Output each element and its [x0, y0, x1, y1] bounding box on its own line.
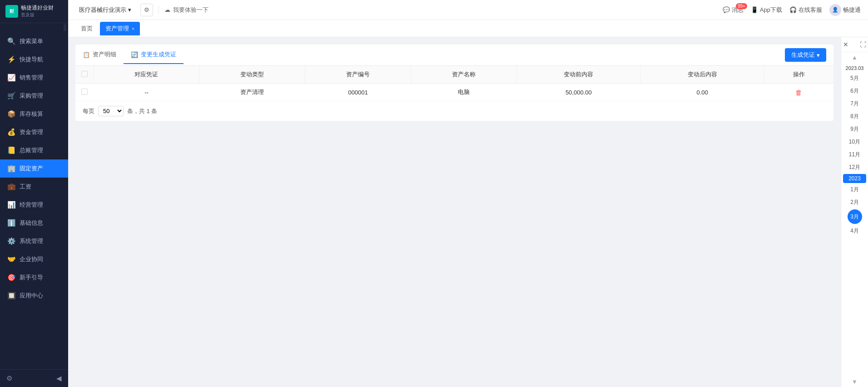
month-item-2[interactable]: 2月	[843, 196, 866, 208]
topbar-settings-button[interactable]: ⚙	[140, 4, 153, 16]
month-item-8[interactable]: 8月	[843, 110, 866, 123]
company-dropdown-icon: ▾	[128, 6, 131, 13]
experience-button[interactable]: ☁ 我要体验一下	[164, 6, 208, 14]
select-all-checkbox[interactable]	[81, 71, 88, 77]
tab-close-button[interactable]: ×	[132, 26, 134, 31]
tab-asset-management-label: 资产管理	[105, 25, 129, 33]
sidebar-item-ledger[interactable]: 📒 总账管理	[0, 141, 68, 159]
sub-tab-asset-detail-label: 资产明细	[93, 50, 116, 59]
settings-bottom-icon[interactable]: ⚙	[6, 374, 12, 382]
user-name: 畅捷通	[843, 6, 861, 14]
company-selector[interactable]: 医疗器械行业演示 ▾	[75, 4, 135, 16]
sidebar-item-guide[interactable]: 🎯 新手引导	[0, 268, 68, 287]
cloud-icon: ☁	[164, 6, 170, 13]
delete-row-button[interactable]: 🗑	[795, 89, 802, 96]
sidebar-item-basic-info[interactable]: ℹ️ 基础信息	[0, 214, 68, 232]
sidebar-bottom: ⚙ ◀	[0, 369, 68, 387]
row-checkbox[interactable]	[81, 89, 88, 95]
month-item-1[interactable]: 1月	[843, 184, 866, 196]
sidebar-item-enterprise[interactable]: 🤝 企业协同	[0, 250, 68, 268]
quick-nav-icon: ⚡	[7, 55, 16, 64]
sidebar-item-label: 固定资产	[20, 164, 43, 173]
message-button[interactable]: 💬 消息 99+	[723, 6, 744, 14]
sidebar-item-label: 系统管理	[20, 237, 43, 245]
enterprise-icon: 🤝	[7, 255, 16, 263]
app-download-button[interactable]: 📱 App下载	[751, 6, 782, 14]
sidebar-item-payroll[interactable]: 💼 工资	[0, 178, 68, 196]
sub-tab-change-voucher[interactable]: 🔄 变更生成凭证	[124, 46, 184, 64]
user-avatar: 👤	[829, 4, 841, 16]
sidebar-item-inventory[interactable]: 📦 库存核算	[0, 105, 68, 123]
asset-change-table: 对应凭证 变动类型 资产编号 资产名称 变动前内容 变动后内容 操作	[75, 66, 833, 101]
month-item-10[interactable]: 10月	[843, 136, 866, 148]
year-2023-label[interactable]: 2023	[843, 174, 866, 183]
sidebar-item-label: 销售管理	[20, 74, 43, 82]
sales-icon: 📈	[7, 74, 16, 82]
row-before-content: 50,000.00	[517, 84, 640, 101]
per-page-label: 每页	[83, 107, 94, 115]
sidebar-logo: 财 畅捷通好业财 普及版	[0, 0, 68, 23]
purchase-icon: 🛒	[7, 92, 16, 100]
sidebar-item-finance[interactable]: 💰 资金管理	[0, 123, 68, 141]
content-area: 📋 资产明细 🔄 变更生成凭证 生成凭证 ▾	[68, 37, 868, 387]
right-panel-expand-button[interactable]: ⛶	[860, 41, 866, 48]
sidebar-item-system[interactable]: ⚙️ 系统管理	[0, 232, 68, 250]
change-voucher-icon: 🔄	[131, 51, 138, 58]
month-item-6[interactable]: 6月	[843, 85, 866, 97]
inventory-icon: 📦	[7, 110, 16, 118]
col-change-type: 变动类型	[199, 66, 305, 84]
per-page-select[interactable]: 20 50 100	[98, 106, 124, 116]
sub-tab-asset-detail[interactable]: 📋 资产明细	[75, 46, 124, 64]
col-voucher: 对应凭证	[94, 66, 199, 84]
date-scroll-up-button[interactable]: ▲	[841, 52, 868, 63]
up-arrow-icon: ▲	[852, 54, 858, 61]
sidebar: 财 畅捷通好业财 普及版 🔍 搜索菜单 ⚡ 快捷导航 📈 销售管理 🛒 采购管理…	[0, 0, 68, 387]
row-asset-name: 电脑	[411, 84, 517, 101]
guide-icon: 🎯	[7, 273, 16, 282]
month-item-12[interactable]: 12月	[843, 161, 866, 174]
generate-voucher-button[interactable]: 生成凭证 ▾	[785, 48, 826, 62]
sidebar-item-operations[interactable]: 📊 经营管理	[0, 196, 68, 214]
sidebar-item-sales[interactable]: 📈 销售管理	[0, 69, 68, 87]
topbar-right: 💬 消息 99+ 📱 App下载 🎧 在线客服 👤 畅捷通	[723, 4, 861, 16]
fixed-assets-icon: 🏢	[7, 164, 16, 173]
sidebar-item-fixed-assets[interactable]: 🏢 固定资产	[0, 159, 68, 178]
sidebar-item-label: 基础信息	[20, 219, 43, 227]
year-header-prev: 2023.03	[841, 64, 868, 72]
message-badge: 99+	[736, 3, 747, 9]
topbar-divider	[159, 5, 159, 15]
operations-icon: 📊	[7, 201, 16, 209]
sidebar-item-quick-nav[interactable]: ⚡ 快捷导航	[0, 50, 68, 69]
tab-home[interactable]: 首页	[75, 22, 98, 35]
right-panel-date-picker: ✕ ⛶ ▲ 2023.03 5月 6月 7月 8月 9月 10月 11月 12月…	[841, 37, 868, 387]
col-asset-name: 资产名称	[411, 66, 517, 84]
row-change-type: 资产清理	[199, 84, 305, 101]
select-all-header	[75, 66, 94, 84]
month-item-4[interactable]: 4月	[843, 225, 866, 237]
month-item-3-active[interactable]: 3月	[848, 209, 862, 224]
experience-label: 我要体验一下	[173, 6, 208, 14]
tab-asset-management[interactable]: 资产管理 ×	[100, 22, 140, 35]
sidebar-item-app-center[interactable]: 🔲 应用中心	[0, 287, 68, 305]
col-action: 操作	[764, 66, 833, 84]
user-menu-button[interactable]: 👤 畅捷通	[829, 4, 861, 16]
download-icon: 📱	[751, 6, 758, 13]
system-icon: ⚙️	[7, 237, 16, 245]
date-scroll-down-button[interactable]: ▼	[841, 377, 868, 387]
collapse-sidebar-button[interactable]: ◀	[56, 374, 62, 382]
month-item-7[interactable]: 7月	[843, 98, 866, 110]
customer-service-button[interactable]: 🎧 在线客服	[789, 6, 822, 14]
sidebar-item-search[interactable]: 🔍 搜索菜单	[0, 32, 68, 50]
nav-tabs: 首页 资产管理 ×	[68, 20, 868, 37]
month-item-9[interactable]: 9月	[843, 123, 866, 135]
right-panel-close-button[interactable]: ✕	[843, 41, 848, 48]
app-logo-icon: 财	[5, 5, 18, 18]
right-panel-header: ✕ ⛶	[841, 37, 868, 52]
total-count: 条，共 1 条	[127, 107, 157, 115]
month-item-11[interactable]: 11月	[843, 149, 866, 161]
row-asset-code[interactable]: 000001	[305, 84, 411, 101]
sidebar-item-label: 库存核算	[20, 110, 43, 118]
search-icon: 🔍	[7, 37, 16, 45]
sidebar-item-purchase[interactable]: 🛒 采购管理	[0, 87, 68, 105]
month-item-5[interactable]: 5月	[843, 72, 866, 84]
